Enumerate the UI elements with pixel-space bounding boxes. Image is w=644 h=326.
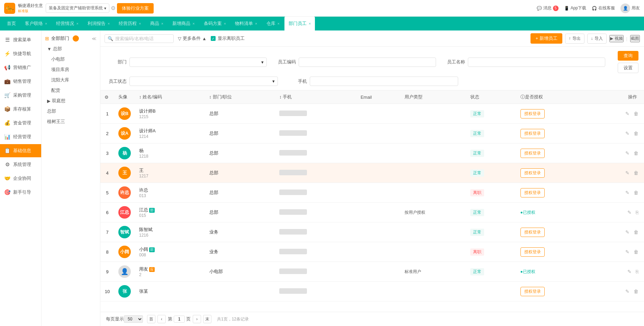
screenshot-button[interactable]: 截图 [630,35,640,42]
edit-icon[interactable]: ✎ [626,209,633,216]
tab-history[interactable]: 经营历程 × [115,17,145,30]
sidebar-item-basic[interactable]: 📋 基础信息 [0,144,41,157]
auth-login-button[interactable]: 授权登录 [520,129,545,138]
dept-item-zhishu[interactable]: 植树王三 [42,116,100,127]
tab-warehouse[interactable]: 仓库 × [262,17,284,30]
settings-icon[interactable]: ⚙ [109,3,117,13]
dept-collapse-icon[interactable]: ≪ [92,36,97,41]
edit-icon[interactable]: ✎ [624,248,631,255]
auth-login-button[interactable]: 授权登录 [520,228,545,237]
query-button[interactable]: 查询 [618,51,638,61]
col-name[interactable]: ↕ 姓名/编码 [135,90,205,104]
show-resigned-toggle[interactable]: ✓ 显示离职员工 [211,35,245,42]
sidebar-item-marketing[interactable]: 📢 营销推广 [0,61,41,74]
edit-icon[interactable]: ✎ [624,150,631,157]
close-icon[interactable]: × [108,21,110,26]
first-page-button[interactable]: 首 [147,315,155,323]
app-download-button[interactable]: 📱 App下载 [564,5,586,11]
view-button[interactable]: ▶ 视频 [609,35,624,42]
dept-item-shuangting[interactable]: ▶ 双庭想 [42,96,100,106]
sidebar-item-purchase[interactable]: 🛒 采购管理 [0,89,41,102]
online-service-button[interactable]: 🎧 在线客服 [592,5,615,11]
sidebar-item-management[interactable]: 📊 经营管理 [0,130,41,143]
tab-employee[interactable]: 部门员工 × [284,17,315,30]
tab-bom[interactable]: 物料清单 × [231,17,261,30]
dept-select[interactable]: ▾ [129,58,267,67]
tab-customer[interactable]: 客户联络 × [21,17,51,30]
auth-login-button[interactable]: 授权登录 [520,247,545,257]
sidebar-item-guide[interactable]: 🎯 新手引导 [0,186,41,199]
edit-icon[interactable]: ✎ [626,268,633,275]
tab-barcode[interactable]: 条码方案 × [200,17,230,30]
message-button[interactable]: 💬 消息 5 [537,5,559,11]
col-dept[interactable]: ↕ 部门/职位 [205,90,275,104]
auth-login-button[interactable]: 授权登录 [520,168,545,178]
emp-name-input[interactable] [468,58,605,67]
dept-item-shenyang[interactable]: 沈阳大库 [42,75,100,85]
last-page-button[interactable]: 末 [203,315,211,323]
sidebar-item-quicknav[interactable]: ⚡ 快捷导航 [0,47,41,60]
delete-icon[interactable]: 🗑 [632,189,640,196]
user-menu[interactable]: 👤 用友 [620,3,640,13]
col-phone[interactable]: ↕ 手机 [275,90,356,104]
dept-item-distribution[interactable]: 配货 [42,85,100,96]
more-filters-button[interactable]: ▽ 更多条件 ▲ [178,35,207,42]
sidebar-item-system[interactable]: ⚙ 系统管理 [0,158,41,171]
delete-icon[interactable]: 🗑 [632,229,640,236]
close-icon[interactable]: × [309,21,311,26]
emp-status-select[interactable]: ▾ [129,77,278,86]
tab-profit[interactable]: 利润报告 × [83,17,114,30]
edit-icon[interactable]: ✎ [624,130,631,137]
page-number-input[interactable] [174,316,185,323]
delete-icon[interactable]: 🗑 [632,150,640,157]
close-icon[interactable]: × [192,21,194,26]
reset-button[interactable]: 设置 [618,63,638,73]
sidebar-item-sales[interactable]: 💼 销售管理 [0,75,41,88]
edit-icon[interactable]: ✎ [624,189,631,196]
page-size-select[interactable]: 50 100 200 [124,315,143,323]
edit-icon[interactable]: ✎ [624,229,631,236]
tab-operation[interactable]: 经营情况 × [52,17,82,30]
search-input[interactable] [115,36,171,41]
auth-login-button[interactable]: 授权登录 [520,188,545,197]
copy-icon[interactable]: ⎘ [634,209,640,216]
sidebar-item-collab[interactable]: 🤝 企业协同 [0,172,41,185]
copy-icon[interactable]: ⎘ [634,268,640,275]
tab-home[interactable]: 首页 [3,17,20,30]
emp-code-input[interactable] [299,58,436,67]
close-icon[interactable]: × [161,21,163,26]
close-icon[interactable]: × [45,21,47,26]
delete-icon[interactable]: 🗑 [632,130,640,137]
close-icon[interactable]: × [139,21,141,26]
delete-icon[interactable]: 🗑 [632,169,640,176]
tab-goods[interactable]: 商品 × [146,17,167,30]
edit-icon[interactable]: ✎ [624,169,631,176]
close-icon[interactable]: × [255,21,257,26]
import-button[interactable]: ↓ 导入 [587,34,607,44]
auth-login-button[interactable]: 授权登录 [520,149,545,158]
phone-input[interactable] [310,77,458,86]
dept-item-small-elec[interactable]: 小电部 [42,54,100,64]
next-page-button[interactable]: › [193,315,201,323]
prev-page-button[interactable]: ‹ [157,315,166,323]
sidebar-item-finance[interactable]: 💰 资金管理 [0,116,41,130]
add-employee-button[interactable]: + 新增员工 [530,33,562,44]
col-settings[interactable]: ⚙ [100,90,114,104]
trial-button[interactable]: 体验行业方案 [117,3,154,14]
auth-login-button[interactable]: 授权登录 [520,287,545,296]
sidebar-item-search[interactable]: ☰ 搜索菜单 [0,33,41,46]
delete-icon[interactable]: 🗑 [632,248,640,255]
edit-icon[interactable]: ✎ [624,110,631,117]
dept-item-project-storage[interactable]: 项目库房 [42,64,100,75]
auth-login-button[interactable]: 授权登录 [520,109,545,118]
system-dropdown[interactable]: 装备及固定资产辅助管理系统 ▾ [46,3,109,13]
edit-icon[interactable]: ✎ [624,288,631,295]
close-icon[interactable]: × [224,21,226,26]
dept-item-parent-headquarters[interactable]: ▼ 总部 [42,44,100,54]
delete-icon[interactable]: 🗑 [632,110,640,117]
column-settings-icon[interactable]: ⚙ [105,95,109,100]
search-input-wrap[interactable]: 🔍 [105,34,174,43]
close-icon[interactable]: × [76,21,78,26]
sidebar-item-inventory[interactable]: 📦 库存核算 [0,103,41,116]
close-icon[interactable]: × [278,21,280,26]
